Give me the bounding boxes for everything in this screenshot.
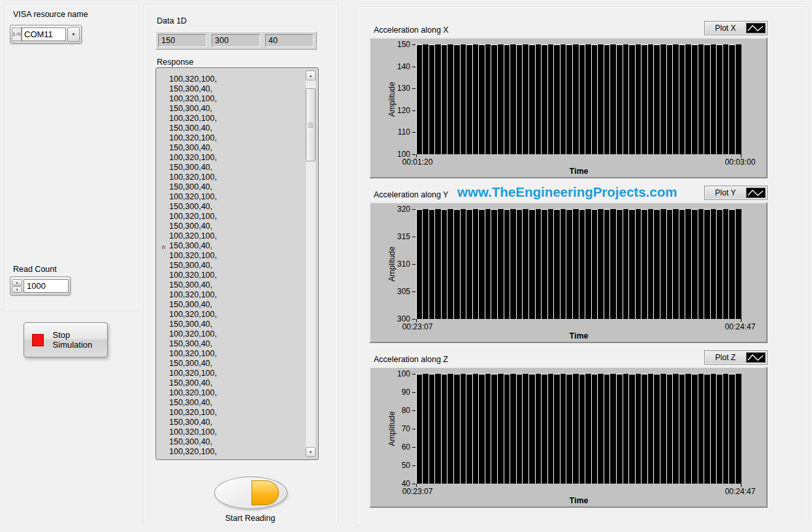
- y-tick-label: 130: [397, 84, 410, 93]
- response-line: 100,320,100,: [159, 310, 301, 320]
- x-start-label: 00:23:07: [402, 322, 433, 331]
- x-end-label: 00:03:00: [725, 158, 756, 167]
- scroll-down-icon: ▼: [309, 450, 313, 454]
- response-line: 100,320,100,: [159, 173, 301, 182]
- data1d-cell: 150: [158, 34, 206, 47]
- visa-dropdown-button[interactable]: ▼: [67, 27, 80, 42]
- y-tick-mark: [412, 291, 415, 292]
- plot-legend[interactable]: Plot X: [704, 21, 768, 35]
- response-line: 100,320,100,: [159, 192, 301, 202]
- start-reading-label: Start Reading: [185, 514, 316, 523]
- y-tick-label: 320: [397, 205, 410, 214]
- response-line: 150,300,40,: [159, 300, 301, 310]
- stop-simulation-button[interactable]: Stop Simulation: [24, 322, 108, 357]
- response-line: 150,300,40,: [159, 261, 301, 271]
- x-axis-label: Time: [570, 331, 589, 341]
- y-tick-mark: [412, 67, 415, 67]
- y-tick-label: 150: [397, 40, 410, 49]
- chart-group: Acceleration along Z Plot Z 100908070605…: [369, 349, 769, 509]
- response-line: 100,320,100,: [159, 114, 301, 124]
- y-tick-mark: [412, 447, 415, 448]
- plot-legend[interactable]: Plot Z: [704, 350, 768, 365]
- y-tick-label: 50: [402, 461, 410, 470]
- response-line: 150,300,40,: [159, 398, 301, 408]
- response-line: 100,320,100,: [159, 271, 301, 280]
- y-tick-mark: [412, 410, 415, 411]
- y-tick-mark: [412, 154, 415, 155]
- chart-group: Acceleration along X Plot X 150140130120…: [369, 20, 769, 180]
- legend-label: Plot Z: [705, 353, 746, 362]
- response-line: 100,320,100,: [159, 388, 301, 398]
- rocker-switch-icon: [252, 480, 279, 505]
- y-tick-label: 310: [397, 259, 410, 269]
- visa-resource-combo[interactable]: I/O COM11 ▼: [10, 25, 82, 44]
- response-line: 150,300,40,: [159, 418, 301, 427]
- chevron-down-icon: ▼: [71, 32, 76, 37]
- response-line: 150,300,40,: [159, 320, 301, 329]
- response-line: 100,320,100,: [159, 212, 301, 222]
- y-tick-mark: [412, 44, 415, 45]
- y-tick-mark: [412, 429, 415, 429]
- scrollbar-thumb[interactable]: [306, 88, 316, 161]
- scrollbar-down-button[interactable]: ▼: [306, 447, 316, 457]
- read-count-field[interactable]: 1000: [24, 279, 69, 293]
- response-line: 150,300,40,: [159, 84, 301, 94]
- response-line: 150,300,40,: [159, 378, 301, 388]
- visa-resource-value[interactable]: COM11: [22, 27, 66, 41]
- visa-io-icon: I/O: [12, 27, 22, 41]
- response-line: 100,320,100,: [159, 251, 301, 261]
- response-line: 150,300,40,: [159, 104, 301, 114]
- response-label: Response: [157, 58, 193, 67]
- read-count-control[interactable]: ▲ ▼ 1000: [10, 276, 71, 295]
- start-reading-button[interactable]: [214, 476, 287, 509]
- waveform-plot: [416, 209, 741, 319]
- labview-front-panel: VISA resource name I/O COM11 ▼ Read Coun…: [0, 0, 812, 532]
- y-tick-mark: [412, 465, 415, 466]
- response-line: 100,320,100,: [159, 427, 301, 437]
- watermark-text: www.TheEngineeringProjects.com: [457, 184, 677, 200]
- response-line: 100,320,100,: [159, 369, 301, 378]
- chart-title: Acceleration along X: [374, 25, 449, 35]
- y-axis-label: Amplitude: [387, 411, 397, 446]
- y-tick-mark: [412, 88, 415, 89]
- response-line: 100,320,100,: [159, 231, 301, 241]
- legend-label: Plot X: [705, 24, 746, 33]
- response-scrollbar[interactable]: ▲ ▼: [305, 70, 316, 457]
- response-line: 150,300,40,: [159, 437, 301, 447]
- x-axis-label: Time: [570, 167, 589, 176]
- y-tick-label: 90: [402, 388, 410, 397]
- chart-group: Acceleration along Y Plot Y 320315310305…: [369, 184, 769, 344]
- response-line: 150,300,40,: [159, 339, 301, 349]
- stop-led-icon: [32, 334, 44, 346]
- legend-label: Plot Y: [705, 188, 746, 197]
- waveform-plot: [416, 374, 741, 484]
- response-line: 150,300,40,: [159, 359, 301, 369]
- response-line: 100,320,100,: [159, 153, 301, 163]
- response-line: 150,300,40,: [159, 163, 301, 173]
- y-tick-mark: [412, 392, 415, 393]
- response-line: 150,300,40,: [159, 202, 301, 212]
- response-line: 100,320,100,: [159, 94, 301, 104]
- y-tick-mark: [412, 237, 415, 237]
- y-tick-label: 305: [397, 287, 410, 296]
- y-tick-label: 70: [402, 424, 410, 433]
- response-line: 150,300,40,n: [159, 241, 301, 251]
- response-line: 100,320,100,: [159, 349, 301, 359]
- data1d-cell: 40: [265, 34, 314, 47]
- x-start-label: 00:23:07: [402, 487, 433, 496]
- response-line: 150,300,40,: [159, 280, 301, 290]
- scroll-up-icon: ▲: [309, 74, 313, 78]
- decrement-button[interactable]: ▼: [12, 286, 22, 293]
- increment-button[interactable]: ▲: [12, 279, 22, 286]
- visa-resource-label: VISA resource name: [13, 10, 88, 19]
- data1d-label: Data 1D: [157, 16, 187, 25]
- x-axis-label: Time: [570, 496, 589, 505]
- waveform-icon: [746, 188, 766, 198]
- response-string-indicator[interactable]: 100,320,100,150,300,40,100,320,100,150,3…: [155, 67, 319, 460]
- response-line: 150,300,40,: [159, 222, 301, 231]
- plot-legend[interactable]: Plot Y: [704, 186, 768, 200]
- waveform-icon: [746, 23, 766, 33]
- scrollbar-up-button[interactable]: ▲: [306, 71, 316, 80]
- response-line: 100,320,100,: [159, 447, 301, 457]
- data1d-array: 150 300 40: [155, 31, 317, 50]
